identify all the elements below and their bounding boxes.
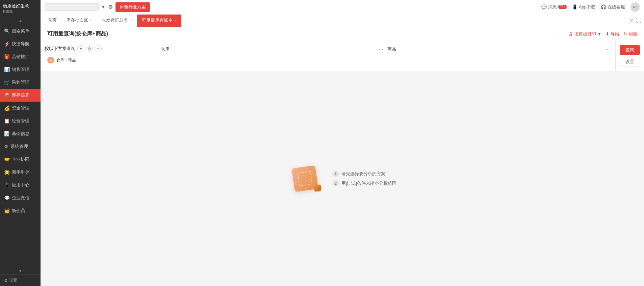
scheme-item-label: 仓库+商品 [56, 57, 76, 63]
hint-text-2: 用[过滤]条件来缩小分析范围 [341, 180, 396, 186]
sidebar-item-coop[interactable]: 🤝企业协同 [0, 153, 41, 166]
user-avatar[interactable]: Rit [630, 2, 640, 12]
settings-scheme-button[interactable]: ⊙ [86, 45, 93, 52]
scheme-header-label: 按以下方案查询 [45, 46, 75, 52]
topbar: ▼ ⚙ 体验行业方案 💬 消息 99+ 📱 App下载 🎧 在线客服 Rit [41, 0, 644, 14]
search-icon: 🔍 [4, 28, 10, 34]
message-button[interactable]: 💬 消息 99+ [541, 4, 567, 10]
sidebar-item-appstore[interactable]: 📱应用中心 [0, 179, 41, 191]
sidebar-item-guide[interactable]: 🌟新手引导 [0, 166, 41, 179]
sidebar-nav: 🔍搜索菜单⚡快捷导航🎁营销推广📊销售管理🛒采购管理📦库存核算💰资金管理📋经营管理… [0, 25, 41, 267]
goods-label: 商品 [387, 46, 397, 52]
empty-hints: 1 请先选择要分析的方案 2 用[过滤]条件来缩小分析范围 [333, 171, 396, 186]
sidebar-logo: 畅康通好生意 标准版 [0, 0, 41, 17]
sidebar-item-search[interactable]: 🔍搜索菜单 [0, 25, 41, 37]
logo-name: 畅康通好生意 [3, 3, 38, 9]
empty-illustration [288, 162, 322, 196]
print-dropdown-icon[interactable]: ▼ [597, 32, 601, 36]
export-button[interactable]: ⬇ 导出 [606, 31, 619, 37]
search-input[interactable] [45, 3, 99, 11]
sales-icon: 📊 [4, 67, 10, 72]
tab-batch-account-close[interactable]: × [90, 18, 92, 22]
sidebar-item-label: 销售管理 [12, 67, 29, 73]
add-scheme-button[interactable]: + [77, 45, 84, 52]
sidebar-item-basic[interactable]: 📝基础信息 [0, 127, 41, 140]
close-window-button[interactable]: × [630, 18, 633, 24]
export-label: 导出 [611, 31, 619, 37]
message-label: 消息 [548, 4, 557, 10]
cube-shape [291, 165, 318, 192]
sidebar-scroll-down[interactable]: ▼ [0, 267, 41, 275]
sidebar-item-marketing[interactable]: 🎁营销推广 [0, 50, 41, 63]
purchase-icon: 🛒 [4, 80, 10, 85]
tab-home[interactable]: 首页 [43, 15, 61, 27]
app-download-button[interactable]: 📱 App下载 [572, 4, 595, 10]
app-download-label: App下载 [579, 4, 595, 10]
sidebar-item-wechat[interactable]: 💬企业微信 [0, 191, 41, 204]
goods-more-icon[interactable]: ··· [606, 46, 610, 52]
sidebar-item-inventory[interactable]: 📦库存核算 [0, 89, 41, 102]
gear-icon[interactable]: ⚙ [108, 4, 113, 10]
collapse-scheme-button[interactable]: « [95, 45, 102, 52]
sidebar-item-sales[interactable]: 📊销售管理 [0, 63, 41, 76]
page-header: 可用量查询(按仓库+商品) 🖨 按模板打印 ▼ ⬇ 导出 ↻ 刷新 [41, 27, 644, 41]
goods-field: 商品 ··· [387, 45, 610, 53]
sidebar-item-member[interactable]: 👑畅会员 [0, 204, 41, 217]
sidebar-scroll-up[interactable]: ▲ [0, 17, 41, 25]
hint-num-2: 2 [333, 180, 339, 186]
sidebar-item-system[interactable]: ⚙系统管理 [0, 140, 41, 153]
tab-available-stock[interactable]: 可用量库存账本 × [137, 15, 181, 27]
headset-icon: 🎧 [601, 4, 606, 9]
online-service-label: 在线客服 [608, 4, 625, 10]
tab-stock-summary[interactable]: 收发存汇总表 × [97, 15, 137, 27]
print-button[interactable]: 🖨 按模板打印 ▼ [568, 31, 601, 37]
sidebar: 畅康通好生意 标准版 ▲ 🔍搜索菜单⚡快捷导航🎁营销推广📊销售管理🛒采购管理📦库… [0, 0, 41, 286]
refresh-button[interactable]: ↻ 刷新 [623, 31, 637, 37]
page-content: 可用量查询(按仓库+商品) 🖨 按模板打印 ▼ ⬇ 导出 ↻ 刷新 [41, 27, 644, 286]
page-title: 可用量查询(按仓库+商品) [47, 30, 108, 37]
tabs-bar: 首页 库存批次账 × 收发存汇总表 × 可用量库存账本 × × ⛶ [41, 14, 644, 27]
maximize-window-button[interactable]: ⛶ [636, 18, 641, 24]
warehouse-more-icon[interactable]: ··· [379, 46, 383, 52]
sidebar-settings[interactable]: ⚙ 设置 [0, 275, 41, 286]
tab-stock-summary-label: 收发存汇总表 [102, 17, 128, 23]
empty-state: 1 请先选择要分析的方案 2 用[过滤]条件来缩小分析范围 [41, 71, 644, 286]
basic-icon: 📝 [4, 131, 10, 136]
scheme-item-icon: ⊕ [47, 57, 54, 63]
warehouse-field: 仓库 ··· [161, 45, 383, 53]
topbar-right: 💬 消息 99+ 📱 App下载 🎧 在线客服 Rit [541, 2, 640, 12]
sidebar-item-label: 搜索菜单 [12, 28, 29, 34]
right-action-buttons: 查询 设置 [615, 41, 644, 71]
sidebar-item-funds[interactable]: 💰资金管理 [0, 102, 41, 114]
sidebar-item-label: 快捷导航 [12, 41, 29, 47]
tab-available-stock-close[interactable]: × [175, 18, 177, 22]
member-icon: 👑 [4, 208, 10, 213]
message-badge: 99+ [558, 5, 567, 9]
funds-icon: 💰 [4, 105, 10, 111]
scheme-item[interactable]: ⊕ 仓库+商品 [45, 55, 151, 66]
trial-industry-button[interactable]: 体验行业方案 [115, 2, 150, 12]
sidebar-item-purchase[interactable]: 🛒采购管理 [0, 76, 41, 89]
hint-num-1: 1 [333, 171, 339, 177]
scheme-header: 按以下方案查询 + ⊙ « [45, 45, 151, 52]
tab-batch-account[interactable]: 库存批次账 × [61, 15, 97, 27]
wechat-icon: 💬 [4, 195, 10, 201]
sidebar-item-label: 经营管理 [12, 118, 29, 124]
sidebar-item-label: 系统管理 [10, 144, 28, 150]
query-button[interactable]: 查询 [620, 45, 640, 55]
warehouse-label: 仓库 [161, 46, 171, 52]
tab-batch-account-label: 库存批次账 [66, 17, 88, 23]
coop-icon: 🤝 [4, 157, 10, 162]
goods-input[interactable] [400, 45, 603, 53]
topbar-dropdown-icon[interactable]: ▼ [101, 5, 105, 9]
hint-text-1: 请先选择要分析的方案 [341, 171, 385, 177]
phone-icon: 📱 [572, 4, 577, 9]
settings-button[interactable]: 设置 [620, 57, 640, 67]
warehouse-input[interactable] [173, 45, 377, 53]
sidebar-item-ops[interactable]: 📋经营管理 [0, 114, 41, 127]
refresh-label: 刷新 [628, 31, 637, 37]
tab-stock-summary-close[interactable]: × [130, 18, 132, 22]
online-service-button[interactable]: 🎧 在线客服 [601, 4, 625, 10]
tab-home-label: 首页 [48, 17, 57, 23]
sidebar-item-quick-nav[interactable]: ⚡快捷导航 [0, 37, 41, 50]
